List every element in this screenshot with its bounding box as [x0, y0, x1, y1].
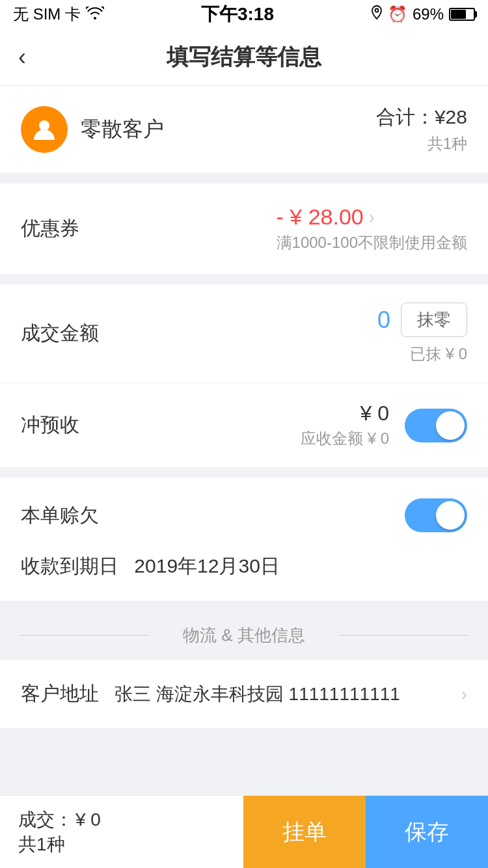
debt-row: 本单赊欠 [0, 478, 488, 553]
round-button[interactable]: 抹零 [401, 303, 467, 337]
prepay-label: 冲预收 [21, 412, 79, 439]
due-date-row[interactable]: 收款到期日 2019年12月30日 [0, 553, 488, 601]
customer-section: 零散客户 合计：¥28 共1种 [0, 86, 488, 172]
bottom-summary-amount: ¥ 0 [75, 809, 101, 830]
address-chevron-icon: › [461, 684, 467, 705]
bottom-summary-count: 共1种 [18, 832, 225, 857]
transaction-input-area: 0 抹零 [351, 303, 467, 337]
prepay-receivable: 应收金额 ¥ 0 [301, 428, 389, 449]
status-time: 下午3:18 [201, 2, 274, 27]
customer-count: 共1种 [376, 133, 467, 154]
customer-row: 零散客户 合计：¥28 共1种 [0, 86, 488, 172]
svg-point-0 [375, 9, 378, 12]
prepay-toggle[interactable] [405, 409, 467, 442]
transaction-row: 成交金额 0 抹零 已抹 ¥ 0 [0, 284, 488, 383]
status-right: ⏰ 69% [371, 5, 475, 23]
wifi-icon [86, 5, 104, 23]
coupon-right: - ¥ 28.00 › 满1000-100不限制使用金额 [277, 204, 467, 253]
customer-summary: 合计：¥28 共1种 [376, 104, 467, 154]
debt-toggle[interactable] [405, 498, 467, 532]
status-bar: 无 SIM 卡 下午3:18 ⏰ 69% [0, 0, 488, 29]
back-button[interactable]: ‹ [18, 44, 26, 71]
toggle-knob [436, 411, 465, 440]
debt-section: 本单赊欠 收款到期日 2019年12月30日 [0, 478, 488, 601]
main-content: 零散客户 合计：¥28 共1种 优惠券 - ¥ 28.00 › 满1000-10… [0, 86, 488, 817]
bottom-summary-title: 成交： [18, 807, 73, 832]
coupon-label: 优惠券 [21, 215, 79, 242]
address-row[interactable]: 客户地址 张三 海淀永丰科技园 11111111111 › [0, 660, 488, 728]
coupon-desc: 满1000-100不限制使用金额 [277, 232, 467, 253]
logistics-divider: 物流 & 其他信息 [0, 611, 488, 660]
sim-text: 无 SIM 卡 [13, 4, 81, 25]
chevron-right-icon: › [369, 207, 375, 228]
page-title: 填写结算等信息 [167, 42, 321, 72]
debt-label: 本单赊欠 [21, 502, 99, 529]
nav-bar: ‹ 填写结算等信息 [0, 29, 488, 86]
transaction-sub: 已抹 ¥ 0 [410, 344, 467, 364]
debt-toggle-knob [436, 501, 465, 530]
alarm-icon: ⏰ [388, 5, 407, 23]
prepay-amount: ¥ 0 [360, 401, 389, 426]
prepay-right: ¥ 0 应收金额 ¥ 0 [301, 401, 389, 449]
avatar [21, 106, 68, 153]
due-date-label: 收款到期日 [21, 555, 118, 576]
svg-point-1 [39, 120, 49, 131]
location-icon [371, 5, 383, 23]
transaction-value[interactable]: 0 [351, 306, 390, 334]
battery-text: 69% [413, 5, 444, 23]
transaction-section: 成交金额 0 抹零 已抹 ¥ 0 冲预收 ¥ 0 应收金额 ¥ 0 [0, 284, 488, 467]
address-label: 客户地址 [21, 681, 99, 707]
customer-total: 合计：¥28 [376, 104, 467, 131]
address-section[interactable]: 客户地址 张三 海淀永丰科技园 11111111111 › [0, 660, 488, 728]
hang-button[interactable]: 挂单 [243, 796, 366, 869]
transaction-label: 成交金额 [21, 320, 99, 347]
address-value: 张三 海淀永丰科技园 11111111111 [115, 682, 400, 707]
person-icon [31, 116, 57, 142]
coupon-section[interactable]: 优惠券 - ¥ 28.00 › 满1000-100不限制使用金额 [0, 183, 488, 274]
bottom-bar: 成交： ¥ 0 共1种 挂单 保存 [0, 795, 488, 868]
customer-name: 零散客户 [81, 115, 164, 144]
bottom-summary: 成交： ¥ 0 共1种 [0, 807, 243, 857]
coupon-amount: - ¥ 28.00 [277, 204, 364, 230]
battery-icon [449, 8, 475, 21]
due-date-value: 2019年12月30日 [134, 555, 279, 576]
logistics-label: 物流 & 其他信息 [0, 624, 488, 647]
coupon-row[interactable]: 优惠券 - ¥ 28.00 › 满1000-100不限制使用金额 [0, 183, 488, 274]
status-left: 无 SIM 卡 [13, 4, 104, 25]
prepay-row: 冲预收 ¥ 0 应收金额 ¥ 0 [0, 383, 488, 467]
customer-left: 零散客户 [21, 106, 164, 153]
save-button[interactable]: 保存 [366, 796, 488, 869]
address-content: 客户地址 张三 海淀永丰科技园 11111111111 [21, 681, 400, 707]
